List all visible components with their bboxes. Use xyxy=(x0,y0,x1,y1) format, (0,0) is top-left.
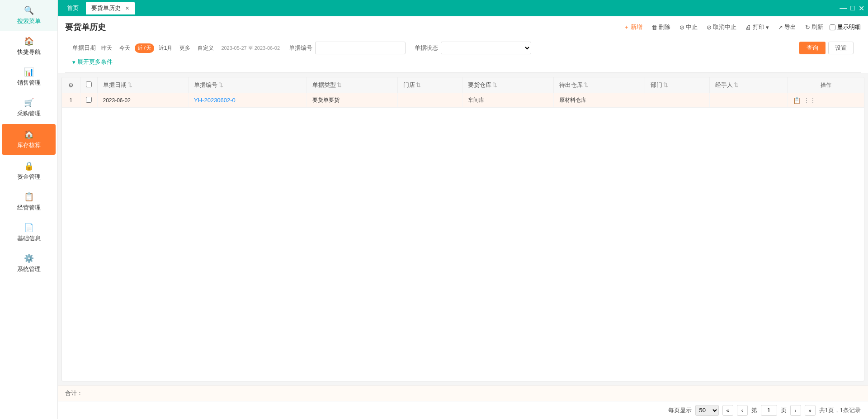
new-button[interactable]: ＋ 新增 xyxy=(621,22,645,33)
doc-number-input[interactable] xyxy=(315,42,406,54)
shortcut-today[interactable]: 今天 xyxy=(117,43,133,53)
purchase-icon: 🛒 xyxy=(24,98,34,108)
sidebar-item-label: 采购管理 xyxy=(17,110,41,118)
row-checkbox[interactable] xyxy=(86,97,92,103)
cell-checkbox[interactable] xyxy=(80,93,97,108)
th-doc-type[interactable]: 单据类型⇅ xyxy=(307,77,398,93)
select-all-checkbox[interactable] xyxy=(86,81,92,87)
row-more-icon[interactable]: ⋮⋮ xyxy=(803,97,816,104)
refresh-label: 刷新 xyxy=(811,23,823,31)
footer-total-label: 合计： xyxy=(65,390,83,396)
window-maximize-icon[interactable]: □ xyxy=(850,4,855,12)
setting-button[interactable]: 设置 xyxy=(828,42,854,54)
cell-department xyxy=(645,93,709,108)
page-header: 要货单历史 ＋ 新增 🗑 删除 ⊘ 中止 ⊘ xyxy=(58,16,868,73)
th-pending-warehouse[interactable]: 待出仓库⇅ xyxy=(554,77,645,93)
refresh-button[interactable]: ↻ 刷新 xyxy=(802,22,826,33)
sort-doc-number-icon: ⇅ xyxy=(218,81,223,88)
sidebar-item-label: 系统管理 xyxy=(17,265,41,273)
shortcut-7days[interactable]: 近7天 xyxy=(135,43,154,53)
page-size-select[interactable]: 50 10 20 100 xyxy=(695,405,719,416)
page-next-btn[interactable]: › xyxy=(790,405,801,416)
filter-area: 单据日期 昨天 今天 近7天 近1月 更多 自定义 2023-05-27 至 2… xyxy=(65,37,861,73)
date-filter-label: 单据日期 xyxy=(72,44,96,52)
sort-pending-warehouse-icon: ⇅ xyxy=(584,81,589,88)
tab-bar: 首页 要货单历史 ✕ — □ ✕ xyxy=(58,0,868,16)
cancel-stop-label: 取消中止 xyxy=(713,23,736,31)
doc-number-filter-group: 单据编号 xyxy=(289,42,406,54)
page-first-btn[interactable]: « xyxy=(722,405,733,416)
stop-button[interactable]: ⊘ 中止 xyxy=(677,22,700,33)
sort-handler-icon: ⇅ xyxy=(734,81,739,88)
shortcut-more[interactable]: 更多 xyxy=(177,43,193,53)
pagination-bar: 每页显示 50 10 20 100 « ‹ 第 页 › » 共1页，1条记录 xyxy=(58,401,868,419)
expand-more-btn[interactable]: ▾ 展开更多条件 xyxy=(72,58,854,66)
export-button[interactable]: ↗ 导出 xyxy=(775,22,799,33)
cell-num: 1 xyxy=(62,93,80,108)
cancel-stop-button[interactable]: ⊘ 取消中止 xyxy=(704,22,739,33)
tab-requisition-history[interactable]: 要货单历史 ✕ xyxy=(86,2,135,14)
table-settings-icon[interactable]: ⚙ xyxy=(68,82,74,89)
page-prev-btn[interactable]: ‹ xyxy=(737,405,748,416)
stop-label: 中止 xyxy=(686,23,698,31)
page-size-label: 每页显示 xyxy=(668,406,692,414)
shortcut-1month[interactable]: 近1月 xyxy=(156,43,175,53)
expand-label: 展开更多条件 xyxy=(77,58,113,66)
cell-doc-number[interactable]: YH-20230602-0 xyxy=(189,93,307,108)
delete-label: 删除 xyxy=(659,23,670,31)
page-number-input[interactable] xyxy=(761,405,777,416)
page-last-btn[interactable]: » xyxy=(805,405,816,416)
new-label: 新增 xyxy=(631,23,642,31)
row-edit-icon[interactable]: 📋 xyxy=(793,97,801,104)
sidebar-item-label: 搜索菜单 xyxy=(17,17,41,25)
sidebar-item-search[interactable]: 🔍 搜索菜单 xyxy=(0,0,57,31)
data-table: ⚙ 单据日期⇅ 单据编号⇅ 单据类型⇅ xyxy=(62,77,864,108)
th-store[interactable]: 门店⇅ xyxy=(398,77,462,93)
doc-number-link[interactable]: YH-20230602-0 xyxy=(194,97,236,104)
sidebar-item-label: 基础信息 xyxy=(17,234,41,243)
th-doc-date[interactable]: 单据日期⇅ xyxy=(97,77,189,93)
doc-number-label: 单据编号 xyxy=(289,44,312,52)
delete-button[interactable]: 🗑 删除 xyxy=(649,22,673,33)
print-button[interactable]: 🖨 打印 ▾ xyxy=(743,22,772,33)
cancel-stop-icon: ⊘ xyxy=(707,24,712,31)
tab-bar-controls: — □ ✕ xyxy=(840,4,864,13)
home-icon: 🏠 xyxy=(24,36,34,46)
sidebar-item-quicknav[interactable]: 🏠 快捷导航 xyxy=(0,31,57,62)
th-settings[interactable]: ⚙ xyxy=(62,77,80,93)
date-range-display: 2023-05-27 至 2023-06-02 xyxy=(221,45,280,52)
export-icon: ↗ xyxy=(778,24,783,31)
cell-req-warehouse: 车间库 xyxy=(462,93,554,108)
cell-pending-warehouse: 原材料仓库 xyxy=(554,93,645,108)
query-button[interactable]: 查询 xyxy=(799,42,826,54)
sidebar-item-label: 快捷导航 xyxy=(17,48,41,56)
cell-action: 📋 ⋮⋮ xyxy=(788,93,864,108)
sidebar-item-finance[interactable]: 🔒 资金管理 xyxy=(0,156,57,186)
sidebar-item-operation[interactable]: 📋 经营管理 xyxy=(0,186,57,217)
display-detail-checkbox[interactable] xyxy=(830,24,835,30)
toolbar: ＋ 新增 🗑 删除 ⊘ 中止 ⊘ 取消中止 xyxy=(621,22,861,33)
sidebar-item-purchase[interactable]: 🛒 采购管理 xyxy=(0,92,57,123)
tab-close-icon[interactable]: ✕ xyxy=(125,5,129,11)
shortcut-custom[interactable]: 自定义 xyxy=(195,43,217,53)
expand-icon: ▾ xyxy=(72,59,75,66)
tab-home[interactable]: 首页 xyxy=(61,2,84,14)
window-close-icon[interactable]: ✕ xyxy=(859,4,864,13)
th-checkbox[interactable] xyxy=(80,77,97,93)
status-select[interactable] xyxy=(441,42,531,54)
display-detail-label: 显示明细 xyxy=(837,23,861,31)
th-action: 操作 xyxy=(788,77,864,93)
action-icons: 📋 ⋮⋮ xyxy=(793,97,859,104)
sidebar-item-inventory[interactable]: 🏠 库存核算 xyxy=(2,124,56,155)
sidebar-item-sales[interactable]: 📊 销售管理 xyxy=(0,62,57,92)
th-req-warehouse[interactable]: 要货仓库⇅ xyxy=(462,77,554,93)
th-handler[interactable]: 经手人⇅ xyxy=(709,77,787,93)
th-department[interactable]: 部门⇅ xyxy=(645,77,709,93)
window-minimize-icon[interactable]: — xyxy=(840,4,847,12)
page-title: 要货单历史 xyxy=(65,22,106,33)
table-header-row: ⚙ 单据日期⇅ 单据编号⇅ 单据类型⇅ xyxy=(62,77,864,93)
sidebar-item-system[interactable]: ⚙️ 系统管理 xyxy=(0,248,57,279)
sidebar-item-basic[interactable]: 📄 基础信息 xyxy=(0,217,57,248)
th-doc-number[interactable]: 单据编号⇅ xyxy=(189,77,307,93)
shortcut-yesterday[interactable]: 昨天 xyxy=(99,43,115,53)
